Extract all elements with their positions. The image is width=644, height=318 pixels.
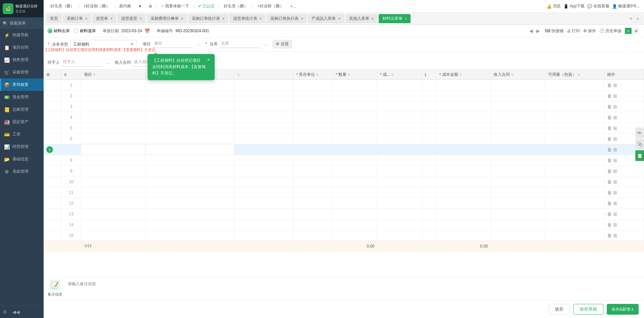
row6-unit[interactable] [293, 134, 333, 144]
row1-material[interactable] [145, 80, 234, 91]
th-cost[interactable]: *成...⇅ [377, 70, 422, 80]
row1-spec[interactable] [234, 80, 293, 91]
appbar-app-download[interactable]: 📱 App下载 [564, 3, 585, 9]
appbar-user-name[interactable]: 👤 畅捷通8号... [612, 3, 640, 9]
th-cost-amount[interactable]: *成本金额⇅ [436, 70, 491, 80]
tab-close-material-out[interactable]: × [405, 17, 407, 20]
row7-material-input[interactable] [145, 144, 234, 155]
row14-delete-btn[interactable]: 🗑 [607, 222, 612, 227]
row8-delete-btn[interactable]: 🗑 [607, 158, 612, 163]
row2-project[interactable] [81, 91, 145, 101]
row1-copy-btn[interactable]: ⊞ [613, 83, 617, 88]
right-panel-edit-btn[interactable]: ✏ [635, 127, 644, 138]
tooltip-close-btn[interactable]: × [207, 57, 210, 62]
sidebar-nav-item-ops[interactable]: 📊 经营管理 [0, 141, 44, 153]
next-record-btn[interactable]: ▶ [535, 28, 541, 34]
row3-project[interactable] [81, 101, 145, 112]
tab-close-inbound-return[interactable]: × [140, 17, 142, 20]
sidebar-nav-item-inventory[interactable]: 📦 库存核算 [0, 78, 44, 91]
tab-close-purchase-exec[interactable]: × [301, 17, 303, 20]
row2-material[interactable] [145, 91, 234, 101]
appbar-message[interactable]: 🔔 消息 [547, 3, 561, 9]
tab-production-inbound[interactable]: 产成品入库单 × [308, 14, 344, 23]
tab-expand-btn[interactable]: ≡ [634, 15, 641, 22]
row2-copy-btn[interactable]: ⊞ [613, 93, 617, 99]
right-panel-clip-btn[interactable]: 📋 [635, 150, 644, 161]
tab-inbound[interactable]: 进货单 × [92, 14, 116, 23]
sidebar-nav-item-basic-info[interactable]: 📂 基础信息 [0, 153, 44, 165]
sidebar-nav-item-finance[interactable]: 💵 资金管理 [0, 91, 44, 103]
row1-income[interactable] [491, 80, 545, 91]
collapse-icon[interactable]: ◀◀ [12, 309, 20, 315]
sidebar-nav-item-sales[interactable]: 📈 销售管理 [0, 54, 44, 66]
tab-close-purchase-order[interactable]: × [85, 17, 87, 20]
tab-inbound-stats[interactable]: 进货单统计表 × [229, 14, 265, 23]
row4-income[interactable] [491, 112, 545, 123]
appbar-good-biz2[interactable]: 好生意（菌） [221, 2, 251, 10]
notes-input[interactable] [66, 280, 640, 297]
row7-delete-btn[interactable]: 🗑 [607, 147, 612, 152]
row6-cost-amount[interactable] [436, 134, 491, 144]
row4-spec[interactable] [234, 112, 293, 123]
project-dots[interactable]: … [196, 42, 200, 46]
tab-close-all-btn[interactable]: × [629, 16, 632, 22]
row7-copy-btn[interactable]: ⊞ [613, 147, 617, 152]
tab-close-other-inbound[interactable]: × [372, 17, 374, 20]
th-income-contract[interactable]: 收入合同⇅ [491, 70, 545, 80]
row15-copy-btn[interactable]: ⊞ [613, 233, 617, 238]
sort-spec[interactable]: ⇅ [237, 73, 240, 76]
handler-input[interactable]: 经手人 [62, 58, 102, 66]
sidebar-nav-item-quick-nav[interactable]: ⚡ 快捷导航 [0, 29, 44, 41]
row9-copy-btn[interactable]: ⊞ [613, 168, 617, 174]
tab-purchase-expense[interactable]: 采购费用分摊单 × [147, 14, 187, 23]
row7-income[interactable] [491, 144, 545, 155]
save-draft-button[interactable]: 保存草稿 [573, 304, 603, 315]
row5-income[interactable] [491, 123, 545, 134]
appbar-more-arrow[interactable]: ▼ [135, 3, 145, 10]
appbar-more2[interactable]: +... [288, 3, 299, 10]
row3-income[interactable] [491, 101, 545, 112]
tab-close-purchase-expense[interactable]: × [181, 17, 183, 20]
row14-copy-btn[interactable]: ⊞ [613, 222, 617, 227]
grid-view-btn[interactable]: ⊞ [632, 28, 640, 34]
row11-copy-btn[interactable]: ⊞ [613, 190, 617, 195]
sort-project[interactable]: ⇅ [93, 73, 96, 76]
settings-bottom-icon[interactable]: ⚙ [3, 309, 7, 315]
th-spec[interactable]: ⇅ [234, 70, 293, 80]
row5-spec[interactable] [234, 123, 293, 134]
row3-unit[interactable] [293, 101, 333, 112]
sort-income[interactable]: ⇅ [511, 73, 514, 76]
row2-qty[interactable] [333, 91, 377, 101]
sidebar-nav-item-accounting[interactable]: 📒 总账管理 [0, 103, 44, 116]
row2-delete-btn[interactable]: 🗑 [607, 93, 612, 99]
tab-purchase-stats[interactable]: 采购订单统计表 × [188, 14, 228, 23]
tab-purchase-exec[interactable]: 采购订单执行表 × [267, 14, 307, 23]
shortcut-key-btn[interactable]: ⌨ 快捷键 [545, 28, 564, 34]
prev-record-btn[interactable]: ◀ [528, 28, 534, 34]
row4-unit[interactable] [293, 112, 333, 123]
sidebar-search[interactable]: 🔍 搜索菜单 [0, 18, 44, 29]
row5-delete-btn[interactable]: 🗑 [607, 125, 612, 131]
row2-cost[interactable] [377, 91, 422, 101]
row9-delete-btn[interactable]: 🗑 [607, 168, 612, 174]
row7-cost-amount[interactable] [436, 144, 491, 155]
tab-inbound-return[interactable]: 进货退货 × [117, 14, 145, 23]
row10-delete-btn[interactable]: 🗑 [607, 179, 612, 184]
row5-unit[interactable] [293, 123, 333, 134]
row5-material[interactable] [145, 123, 234, 134]
row5-copy-btn[interactable]: ⊞ [613, 125, 617, 131]
row7-project-input[interactable] [81, 144, 145, 155]
tab-material-out[interactable]: 材料出库单 × [379, 14, 411, 23]
handler-dots[interactable]: … [105, 60, 109, 65]
sidebar-nav-item-project-contract[interactable]: 📋 项目合同 [0, 41, 44, 54]
row1-unit[interactable] [293, 80, 333, 91]
row3-cost-amount[interactable] [436, 101, 491, 112]
row1-project[interactable] [81, 80, 145, 91]
warehouse-input[interactable]: 仓库 [220, 40, 260, 48]
calendar-icon[interactable]: 📅 [145, 29, 150, 34]
appbar-settings-icon[interactable]: ⚙ [146, 3, 155, 10]
row10-copy-btn[interactable]: ⊞ [613, 179, 617, 184]
row3-copy-btn[interactable]: ⊞ [613, 104, 617, 109]
row3-material[interactable] [145, 101, 234, 112]
tab-close-production-inbound[interactable]: × [338, 17, 340, 20]
